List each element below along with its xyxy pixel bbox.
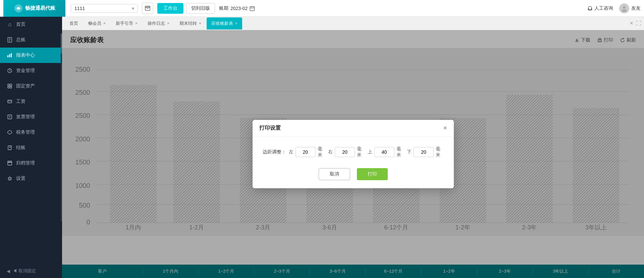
logo-area: 畅捷通易代账 <box>3 0 65 17</box>
sidebar-item-tax[interactable]: 税务管理 <box>0 125 62 140</box>
top-header: 畅捷通易代账 1111 ▾ 工作台 切到旧版 账期 2023-02 <box>0 0 644 17</box>
left-margin-group: 左 毫米 <box>289 146 326 158</box>
svg-rect-23 <box>8 86 9 88</box>
logo-icon <box>14 4 23 13</box>
right-unit: 毫米 <box>357 146 365 158</box>
consult-button[interactable]: 人工咨询 <box>587 5 613 11</box>
logo-text: 畅捷通易代账 <box>25 5 55 11</box>
print-dialog: 打印设置 × 边距调整： 左 毫米 右 <box>253 120 454 188</box>
sidebar-label-fund: 资金管理 <box>16 68 35 74</box>
top-margin-input[interactable] <box>374 147 394 157</box>
company-name: 1111 <box>74 6 85 11</box>
dialog-overlay: 打印设置 × 边距调整： 左 毫米 右 <box>62 30 644 278</box>
tab-period-end[interactable]: 期末结转 × <box>175 17 206 29</box>
workbench-button[interactable]: 工作台 <box>157 3 183 14</box>
headset-icon <box>587 5 593 11</box>
svg-rect-27 <box>8 115 12 119</box>
svg-rect-18 <box>9 54 10 57</box>
archive-icon-button[interactable] <box>142 3 153 14</box>
sidebar-label-archive: 归档管理 <box>16 160 35 166</box>
svg-rect-33 <box>8 161 12 162</box>
salary-icon <box>7 98 13 105</box>
sidebar-label-settings: 设置 <box>16 176 25 182</box>
sidebar-item-report[interactable]: 报表中心 <box>0 48 62 63</box>
home-icon: ⌂ <box>7 21 13 27</box>
user-area[interactable]: 友友 <box>619 3 641 13</box>
fund-icon <box>7 68 13 74</box>
tab-home-label: 首页 <box>69 20 78 26</box>
dialog-header: 打印设置 × <box>253 120 454 137</box>
close-accounts-icon <box>7 145 13 151</box>
tab-member-close[interactable]: × <box>103 21 106 26</box>
left-unit: 毫米 <box>318 146 326 158</box>
sidebar-label-close: 结账 <box>16 145 25 151</box>
sidebar-pin-toggle[interactable]: ◀ ◀ 取消固定 <box>0 264 62 278</box>
sidebar-item-archive[interactable]: 归档管理 <box>0 155 62 171</box>
tab-oplog-close[interactable]: × <box>167 21 169 26</box>
settings-icon: ⚙ <box>7 176 13 182</box>
tab-ar-aging-close[interactable]: × <box>235 21 237 26</box>
right-label: 右 <box>328 149 333 155</box>
report-icon <box>7 52 13 58</box>
bottom-margin-group: 下 毫米 <box>407 146 444 158</box>
bottom-unit: 毫米 <box>436 146 444 158</box>
sidebar-label-asset: 固定资产 <box>16 83 35 89</box>
calendar-icon[interactable] <box>250 6 255 11</box>
tab-ar-aging[interactable]: 应收账龄表 × <box>207 17 242 29</box>
tab-home[interactable]: 首页 <box>65 17 83 29</box>
tab-oplog-label: 操作日志 <box>148 20 165 26</box>
avatar <box>619 3 629 13</box>
margin-label: 边距调整： <box>263 149 286 155</box>
asset-icon <box>7 83 13 89</box>
tab-guide[interactable]: 新手引导 × <box>111 17 142 29</box>
pin-toggle-label: ◀ 取消固定 <box>13 268 36 274</box>
pin-toggle-icon: ◀ <box>7 269 10 274</box>
page-body: 应收账龄表 下载 <box>62 30 644 278</box>
tab-member[interactable]: 畅会员 × <box>84 17 110 29</box>
sidebar-item-salary[interactable]: 工资 <box>0 94 62 109</box>
close-all-tabs-icon[interactable]: × <box>630 20 633 27</box>
sidebar-item-home[interactable]: ⌂ 首页 <box>0 17 62 32</box>
top-label: 上 <box>368 149 372 155</box>
sidebar-label-salary: 工资 <box>16 98 25 105</box>
svg-rect-22 <box>10 84 12 86</box>
tab-oplog[interactable]: 操作日志 × <box>143 17 174 29</box>
tab-member-label: 畅会员 <box>88 20 101 26</box>
archive-icon <box>145 5 151 11</box>
tab-bar: 首页 畅会员 × 新手引导 × 操作日志 × 期末结转 × 应收账龄表 × <box>62 17 644 30</box>
cancel-button[interactable]: 取消 <box>319 168 350 180</box>
dialog-body: 边距调整： 左 毫米 右 毫米 <box>253 137 454 165</box>
tab-period-end-close[interactable]: × <box>199 21 201 26</box>
top-unit: 毫米 <box>396 146 405 158</box>
period-label: 账期 <box>219 5 228 11</box>
sidebar-item-fund[interactable]: 资金管理 <box>0 63 62 78</box>
right-margin-input[interactable] <box>335 147 355 157</box>
sidebar-item-settings[interactable]: ⚙ 设置 <box>0 171 62 186</box>
bottom-margin-input[interactable] <box>414 147 434 157</box>
invoice-icon <box>7 114 13 120</box>
archive-menu-icon <box>7 160 13 166</box>
svg-rect-19 <box>11 53 12 57</box>
tab-period-end-label: 期末结转 <box>179 20 197 26</box>
tab-ar-aging-label: 应收账龄表 <box>211 20 233 26</box>
dialog-close-button[interactable]: × <box>443 125 447 132</box>
left-margin-input[interactable] <box>296 147 316 157</box>
dialog-footer: 取消 打印 <box>253 165 454 188</box>
margin-settings-row: 边距调整： 左 毫米 右 毫米 <box>263 146 444 158</box>
sidebar-item-close[interactable]: 结账 <box>0 140 62 155</box>
sidebar-label-ledger: 总账 <box>16 37 25 43</box>
sidebar-item-invoice[interactable]: 发票管理 <box>0 109 62 125</box>
confirm-print-button[interactable]: 打印 <box>357 168 388 180</box>
switch-old-button[interactable]: 切到旧版 <box>186 3 215 14</box>
sidebar-item-asset[interactable]: 固定资产 <box>0 78 62 94</box>
sidebar-item-ledger[interactable]: 总账 <box>0 32 62 48</box>
sidebar-label-invoice: 发票管理 <box>16 114 35 120</box>
consult-label: 人工咨询 <box>594 5 613 11</box>
header-right: 人工咨询 友友 <box>587 3 641 13</box>
bottom-label: 下 <box>407 149 412 155</box>
fullscreen-icon[interactable]: ⛶ <box>636 20 641 26</box>
tab-guide-close[interactable]: × <box>135 21 138 26</box>
sidebar-label-report: 报表中心 <box>16 52 35 58</box>
company-selector[interactable]: 1111 ▾ <box>71 4 138 13</box>
left-label: 左 <box>289 149 293 155</box>
